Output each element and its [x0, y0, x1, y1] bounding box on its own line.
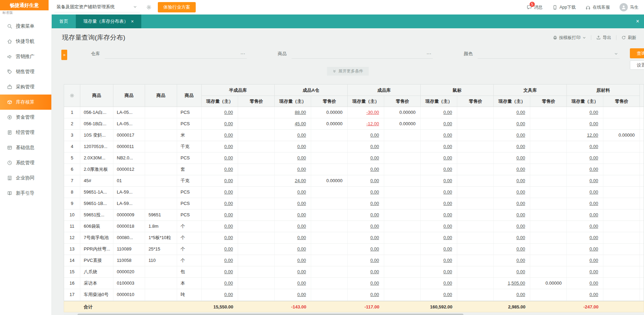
table-row[interactable]: 13PPR内丝弯...11008925*15个0.000.000.000.000… — [64, 244, 644, 255]
qty-link[interactable]: 0.00 — [370, 224, 379, 229]
qty-link[interactable]: 0.00 — [370, 292, 379, 297]
price-column-header[interactable]: 零售价 — [238, 96, 275, 107]
table-row[interactable]: 52.0X30M...NB2.0...PCS0.000.000.000.000.… — [64, 152, 644, 164]
price-column-header[interactable]: 零售价 — [384, 96, 421, 107]
qty-link[interactable]: 0.00 — [443, 246, 452, 252]
qty-link[interactable]: 0.00 — [517, 224, 525, 229]
qty-link[interactable]: 0.00 — [297, 201, 306, 206]
product-picker-icon[interactable]: ... — [427, 50, 431, 55]
qty-link[interactable]: 0.00 — [517, 155, 525, 160]
qty-link[interactable]: 0.00 — [443, 110, 452, 115]
app-logo[interactable]: 畅捷通好生意 — [0, 0, 49, 10]
table-row[interactable]: 11606袋装00000181.8m个0.000.000.000.000.000… — [64, 221, 644, 232]
qty-link[interactable]: 0.00 — [590, 212, 598, 217]
qty-link[interactable]: 0.00 — [443, 224, 452, 229]
table-row[interactable]: 62.0厚激光板0000012套0.000.000.000.000.000.00 — [64, 164, 644, 175]
qty-link[interactable]: 0.00 — [224, 121, 233, 126]
qty-link[interactable]: 0.00 — [443, 121, 452, 126]
qty-link[interactable]: 0.00 — [297, 224, 306, 229]
qty-link[interactable]: 0.00 — [590, 235, 598, 240]
qty-link[interactable]: 0.00 — [590, 280, 598, 286]
sidebar-item-marketing[interactable]: 营销推广 — [0, 49, 51, 64]
qty-link[interactable]: 0.00 — [517, 110, 525, 115]
price-column-header[interactable]: 零售价 — [530, 96, 567, 107]
qty-link[interactable]: 0.00 — [443, 178, 452, 183]
qty-link[interactable]: 0.00 — [224, 258, 233, 263]
search-button[interactable]: 查询 — [630, 48, 644, 58]
qty-column-header[interactable]: 现存量（主） — [275, 96, 311, 107]
sidebar-item-sales[interactable]: 销售管理 — [0, 64, 51, 79]
tab-close-icon[interactable]: × — [131, 19, 134, 24]
qty-link[interactable]: 0.00 — [590, 224, 598, 229]
qty-column-header[interactable]: 现存量（主） — [348, 96, 384, 107]
qty-link[interactable]: 0.00 — [297, 292, 306, 297]
qty-link[interactable]: 0.00 — [224, 201, 233, 206]
qty-link[interactable]: 0.00 — [224, 235, 233, 240]
print-template-button[interactable]: 按模板打印 — [553, 35, 586, 41]
qty-link[interactable]: 0.00 — [443, 269, 452, 274]
chevron-down-icon[interactable] — [614, 52, 618, 56]
column-header-product-spec[interactable]: 商品 — [145, 85, 177, 107]
qty-link[interactable]: 0.00 — [517, 292, 525, 297]
qty-link[interactable]: 0.00 — [297, 155, 306, 160]
online-service-button[interactable]: 在线客服 — [585, 4, 610, 10]
qty-link[interactable]: 0.00 — [590, 155, 598, 160]
table-row[interactable]: 17车用柴油0号0000010吨0.000.000.000.000.000.00 — [64, 289, 644, 301]
refresh-button[interactable]: 刷新 — [621, 35, 636, 41]
qty-link[interactable]: 0.00 — [590, 246, 598, 252]
qty-link[interactable]: 0.00 — [590, 258, 598, 263]
table-row[interactable]: 412070519...0000011千克0.000.000.000.000.0… — [64, 141, 644, 152]
qty-column-header[interactable]: 现存量（主） — [421, 96, 457, 107]
expand-more-button[interactable]: 展开更多条件 — [327, 67, 369, 76]
product-input[interactable] — [292, 49, 433, 58]
qty-link[interactable]: 0.00 — [370, 132, 379, 138]
qty-link[interactable]: 0.00 — [443, 235, 452, 240]
sidebar-item-inventory[interactable]: 库存核算 — [0, 95, 51, 110]
qty-link[interactable]: 0.00 — [297, 189, 306, 195]
qty-link[interactable]: 0.00 — [297, 269, 306, 274]
qty-link[interactable]: 0.00 — [517, 235, 525, 240]
sidebar-item-enterprise[interactable]: 企业协同 — [0, 170, 51, 186]
qty-link[interactable]: 0.00 — [517, 246, 525, 252]
qty-link[interactable]: 0.00 — [297, 132, 306, 138]
qty-link[interactable]: 0.00 — [590, 189, 598, 195]
qty-link[interactable]: 0.00 — [224, 224, 233, 229]
table-row[interactable]: 2056-1B白...LA-05...PCS0.0045.000.00000-1… — [64, 118, 644, 130]
qty-column-header[interactable]: 现存量（主） — [202, 96, 238, 107]
qty-link[interactable]: 0.00 — [224, 144, 233, 149]
system-select[interactable]: 装备及固定资产辅助管理系统 — [54, 2, 140, 12]
qty-link[interactable]: -12.00 — [366, 121, 379, 126]
qty-link[interactable]: 0.00 — [517, 167, 525, 172]
table-row[interactable]: 1059651投...000000959651PCS0.000.000.000.… — [64, 209, 644, 221]
qty-link[interactable]: 0.00 — [370, 144, 379, 149]
qty-link[interactable]: 0.00 — [517, 178, 525, 183]
qty-link[interactable]: 0.00 — [443, 280, 452, 286]
qty-link[interactable]: 0.00 — [517, 189, 525, 195]
qty-link[interactable]: 0.00 — [224, 167, 233, 172]
qty-link[interactable]: 0.00 — [517, 258, 525, 263]
tabs-close-all-icon[interactable]: × — [631, 18, 644, 24]
qty-link[interactable]: 0.00 — [224, 269, 233, 274]
qty-link[interactable]: 0.00 — [370, 280, 379, 286]
qty-link[interactable]: 0.00 — [224, 178, 233, 183]
qty-link[interactable]: 88.00 — [295, 110, 306, 115]
qty-link[interactable]: 0.00 — [297, 258, 306, 263]
trial-solution-button[interactable]: 体验行业方案 — [158, 2, 196, 12]
qty-link[interactable]: 0.00 — [443, 201, 452, 206]
app-download-button[interactable]: App下载 — [552, 4, 576, 10]
qty-link[interactable]: 0.00 — [370, 269, 379, 274]
warehouse-input[interactable] — [105, 49, 247, 58]
qty-link[interactable]: 0.00 — [297, 212, 306, 217]
qty-link[interactable]: 0.00 — [443, 212, 452, 217]
color-select[interactable] — [478, 49, 620, 58]
qty-link[interactable]: 1,505.00 — [508, 280, 525, 286]
qty-link[interactable]: 0.00 — [590, 144, 598, 149]
column-header-product-unit[interactable]: 商品 — [177, 85, 202, 107]
qty-link[interactable]: 0.00 — [443, 292, 452, 297]
qty-link[interactable]: 0.00 — [224, 212, 233, 217]
sidebar-item-operations[interactable]: 经营管理 — [0, 125, 51, 140]
qty-link[interactable]: 0.00 — [443, 189, 452, 195]
sidebar-item-funds[interactable]: 资金管理 — [0, 110, 51, 125]
qty-link[interactable]: 0.00 — [590, 167, 598, 172]
warehouse-picker-icon[interactable]: ... — [241, 50, 245, 55]
